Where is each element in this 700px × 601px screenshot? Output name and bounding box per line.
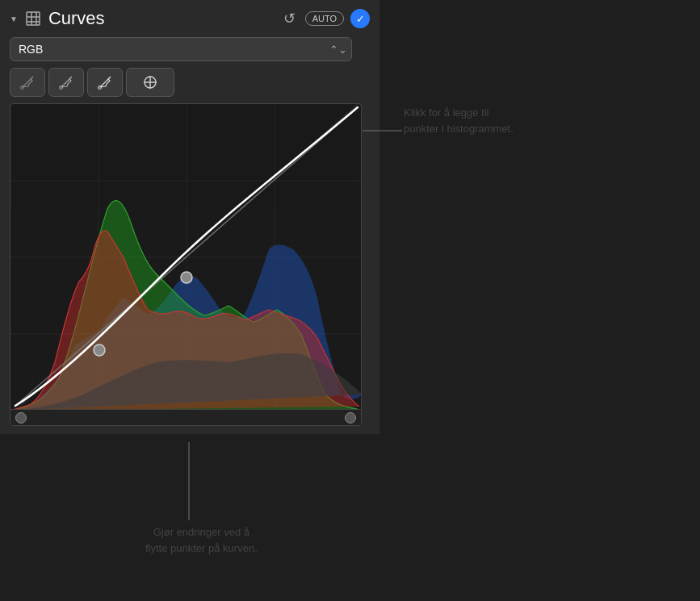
header-row: ▼ Curves ↺ AUTO ✓	[10, 8, 370, 29]
curve-histogram-area[interactable]	[10, 103, 362, 426]
panel-title: Curves	[48, 8, 274, 29]
svg-point-23	[181, 272, 192, 283]
gray-eyedropper-button[interactable]	[48, 68, 84, 97]
tools-row	[10, 68, 370, 97]
curve-bottom-bar	[10, 409, 361, 425]
right-handle[interactable]	[345, 412, 356, 424]
curves-grid-icon	[24, 10, 42, 27]
channel-select[interactable]: RGB Red Green Blue Luminance	[10, 37, 352, 61]
svg-line-9	[108, 77, 111, 79]
svg-rect-0	[27, 12, 40, 25]
svg-line-7	[69, 77, 72, 79]
left-handle[interactable]	[15, 412, 27, 424]
bottom-annotation: Gjør endringer ved åflytte punkter på ku…	[145, 524, 258, 556]
collapse-triangle-icon[interactable]: ▼	[10, 15, 18, 23]
svg-point-22	[94, 344, 105, 356]
auto-button[interactable]: AUTO	[305, 11, 344, 26]
confirm-button[interactable]: ✓	[350, 9, 370, 28]
undo-button[interactable]: ↺	[280, 8, 299, 29]
black-eyedropper-button[interactable]	[10, 68, 45, 97]
channel-row: RGB Red Green Blue Luminance ⌃⌄	[10, 37, 370, 61]
add-point-button[interactable]	[126, 68, 174, 97]
svg-line-5	[31, 77, 33, 79]
curves-panel: ▼ Curves ↺ AUTO ✓ RGB Red Green Blue Lum…	[0, 0, 379, 434]
white-eyedropper-button[interactable]	[87, 68, 123, 97]
right-annotation: Klikk for å legge tilpunkter i histogram…	[404, 105, 513, 136]
